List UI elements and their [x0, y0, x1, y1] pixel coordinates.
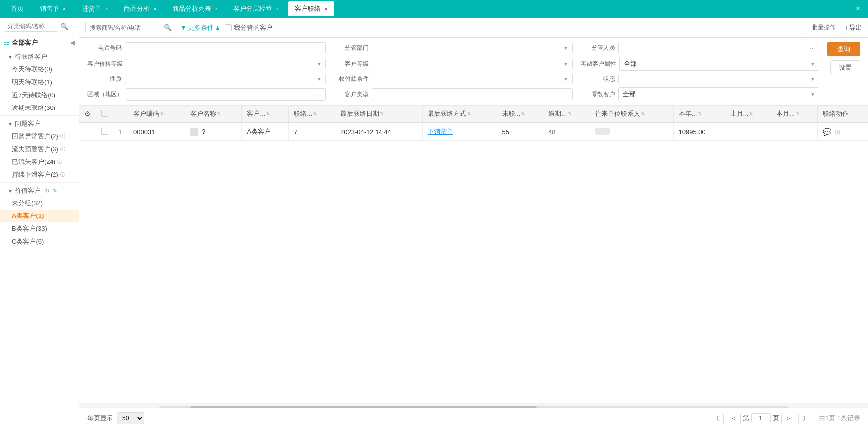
- row-select-checkbox[interactable]: [101, 128, 108, 135]
- last-method-link[interactable]: 下销货单: [428, 128, 453, 135]
- my-customers-check[interactable]: [225, 24, 232, 31]
- filter-search-input[interactable]: [90, 24, 164, 31]
- column-overdue[interactable]: 逾期...⇅: [543, 106, 590, 123]
- next-page-button[interactable]: ＞: [781, 413, 796, 424]
- column-gear[interactable]: ⚙: [79, 106, 96, 123]
- sidebar-section-value[interactable]: ▼ 价值客户 ↻ ✎: [0, 184, 79, 197]
- sidebar-item-declining[interactable]: 持续下滑客户(2) ⓘ: [0, 168, 79, 181]
- person-select[interactable]: ···: [618, 42, 819, 54]
- status-select[interactable]: ▼: [618, 74, 819, 84]
- row-last-method[interactable]: 下销货单: [422, 123, 497, 141]
- nav-tab-home[interactable]: 首页: [4, 1, 31, 16]
- close-icon[interactable]: ×: [63, 6, 66, 12]
- select-all-checkbox[interactable]: [101, 110, 108, 117]
- column-last-method[interactable]: 最后联络方式⇅: [422, 106, 497, 123]
- customer-type-input[interactable]: [372, 88, 573, 100]
- sidebar-search-input[interactable]: [4, 21, 58, 32]
- nav-tab-purchase[interactable]: 进货单 ×: [75, 1, 115, 16]
- close-icon[interactable]: ×: [215, 6, 218, 12]
- sidebar-search-icon[interactable]: 🔍: [60, 23, 68, 30]
- filter-customer-level: 客户等级 ▼: [334, 59, 573, 69]
- column-this-year[interactable]: 本年...⇅: [673, 106, 725, 123]
- nav-tab-customer-contact[interactable]: 客户联络 ×: [288, 1, 334, 16]
- column-checkbox[interactable]: [96, 106, 113, 123]
- message-icon[interactable]: 💬: [823, 128, 831, 136]
- last-page-button[interactable]: 》: [798, 413, 813, 424]
- gear-icon[interactable]: ⚙: [84, 110, 91, 118]
- payment-select[interactable]: ▼: [372, 74, 573, 84]
- column-uncontacted[interactable]: 未联...⇅: [497, 106, 543, 123]
- nature-select[interactable]: ▼: [125, 74, 326, 84]
- column-customer-code[interactable]: 客户编码⇅: [128, 106, 185, 123]
- column-customer-type[interactable]: 客户...⇅: [242, 106, 289, 123]
- total-records-label: 共1页 1条记录: [819, 414, 860, 423]
- dept-select[interactable]: ▼: [372, 43, 573, 53]
- chevron-down-icon: ▼: [810, 92, 815, 97]
- page-number-input[interactable]: [751, 413, 771, 423]
- export-button[interactable]: ↑ 导出: [845, 23, 863, 32]
- row-customer-code[interactable]: 000031: [128, 123, 185, 141]
- customer-avatar: [190, 128, 198, 136]
- sidebar-item-ungrouped[interactable]: 未分组(32): [0, 197, 79, 210]
- sidebar-section-waiting[interactable]: ▼ 待联络客户: [0, 50, 79, 63]
- close-icon[interactable]: ×: [105, 6, 108, 12]
- sidebar-section-problems[interactable]: ▼ 问题客户: [0, 117, 79, 130]
- close-icon[interactable]: ×: [325, 6, 327, 12]
- sidebar-body: ⚏ 全部客户 ◀ ▼ 待联络客户 今天待联络(0) 明天待联络(1) 近7天待联…: [0, 35, 79, 428]
- column-last-date[interactable]: 最后联络日期⇅: [335, 106, 423, 123]
- column-last-month[interactable]: 上月...⇅: [725, 106, 771, 123]
- close-icon[interactable]: ×: [154, 6, 157, 12]
- page-size-select[interactable]: 50 100 200: [117, 412, 144, 424]
- dots-icon[interactable]: ···: [810, 44, 815, 52]
- horizontal-scrollbar-area[interactable]: [79, 403, 868, 408]
- phone-input[interactable]: [125, 42, 326, 54]
- sidebar-item-tomorrow[interactable]: 明天待联络(1): [0, 76, 79, 89]
- row-this-month: [771, 123, 818, 141]
- close-icon[interactable]: ×: [276, 6, 279, 12]
- row-unit-contacts: [590, 123, 674, 141]
- column-this-month[interactable]: 本月...⇅: [771, 106, 818, 123]
- first-page-button[interactable]: 《: [709, 413, 724, 424]
- setting-button[interactable]: 设置: [830, 60, 860, 75]
- grid-icon[interactable]: ⊞: [834, 128, 840, 136]
- row-overdue: 48: [543, 123, 590, 141]
- column-contact-count[interactable]: 联络...⇅: [289, 106, 335, 123]
- sidebar-item-a-class[interactable]: A类客户(1): [0, 210, 79, 222]
- row-gear: [79, 123, 96, 141]
- retail-customer-select[interactable]: 全部 ▼: [618, 87, 819, 101]
- sidebar-item-churn-warning[interactable]: 流失预警客户(3) ⓘ: [0, 143, 79, 156]
- my-customers-checkbox[interactable]: 我分管的客户: [225, 23, 272, 32]
- sidebar-item-7days[interactable]: 近7天待联络(0): [0, 89, 79, 102]
- batch-operation-button[interactable]: 批量操作: [807, 21, 841, 34]
- dots-icon[interactable]: ···: [316, 91, 322, 98]
- query-button[interactable]: 查询: [827, 42, 860, 56]
- column-unit-contacts[interactable]: 往来单位联系人⇅: [590, 106, 674, 123]
- retail-attr-select[interactable]: 全部 ▼: [619, 57, 819, 71]
- sidebar-item-overdue[interactable]: 逾期未联络(30): [0, 102, 79, 114]
- sidebar-item-c-class[interactable]: C类客户(6): [0, 235, 79, 248]
- nav-tab-product-analysis[interactable]: 商品分析 ×: [117, 1, 163, 16]
- column-customer-name[interactable]: 客户名称⇅: [185, 106, 242, 123]
- nav-tab-product-list[interactable]: 商品分析列表 ×: [165, 1, 225, 16]
- nav-tab-customer-segment[interactable]: 客户分层经营 ×: [226, 1, 286, 16]
- window-close-button[interactable]: ×: [852, 2, 864, 15]
- sidebar-item-today[interactable]: 今天待联络(0): [0, 63, 79, 76]
- region-select[interactable]: ···: [126, 88, 326, 101]
- adv-filter-row-1: 电话号码 分管部门 ▼ 分管人员: [87, 42, 819, 54]
- refresh-icon[interactable]: ↻: [45, 187, 50, 194]
- sidebar-item-churned[interactable]: 已流失客户(24) ⓘ: [0, 156, 79, 168]
- filter-search-icon[interactable]: 🔍: [164, 24, 172, 31]
- sidebar-all-customers[interactable]: ⚏ 全部客户 ◀: [0, 35, 79, 50]
- sidebar-item-repurchase-anomaly[interactable]: 回购异常客户(2) ⓘ: [0, 130, 79, 143]
- advanced-filter-panel: 电话号码 分管部门 ▼ 分管人员: [79, 38, 868, 106]
- edit-icon[interactable]: ✎: [53, 187, 57, 194]
- filter-more-conditions[interactable]: ▼ 更多条件 ▲: [180, 23, 221, 32]
- row-checkbox[interactable]: [96, 123, 113, 141]
- sidebar-item-b-class[interactable]: B类客户(33): [0, 222, 79, 235]
- column-action: 联络动作: [818, 106, 868, 123]
- prev-page-button[interactable]: ＜: [726, 413, 741, 424]
- row-uncontacted: 55: [497, 123, 543, 141]
- customer-level-select[interactable]: ▼: [372, 59, 573, 69]
- nav-tab-sales[interactable]: 销售单 ×: [33, 1, 73, 16]
- price-level-select[interactable]: ▼: [126, 59, 326, 69]
